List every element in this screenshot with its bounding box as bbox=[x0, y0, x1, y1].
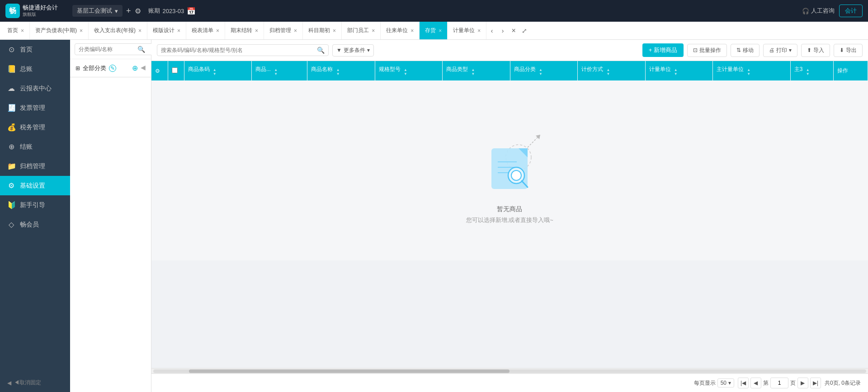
more-conditions-button[interactable]: ▼ 更多条件 ▾ bbox=[332, 44, 374, 57]
tab-unit[interactable]: 计量单位 × bbox=[448, 22, 486, 40]
help-button[interactable]: 🎧 人工咨询 bbox=[802, 7, 835, 15]
import-button[interactable]: ⬆ 导入 bbox=[801, 44, 830, 57]
th-unit[interactable]: 计量单位 ▲▼ bbox=[645, 61, 712, 80]
tab-period-end[interactable]: 期末结转 × bbox=[225, 22, 264, 40]
tab-archive-close[interactable]: × bbox=[294, 28, 297, 34]
total-records: 共0页, 0条记录 bbox=[825, 379, 861, 387]
page-size-dropdown-icon: ▾ bbox=[728, 380, 731, 386]
tab-income[interactable]: 收入支出表(年报) × bbox=[89, 22, 147, 40]
tab-archive[interactable]: 归档管理 × bbox=[264, 22, 303, 40]
tab-balance[interactable]: 资产负债表(中期) × bbox=[30, 22, 89, 40]
left-panel: 🔍 ⊞ 全部分类 ✎ ⊕ ◀ bbox=[70, 40, 151, 392]
period-label: 账期 bbox=[148, 7, 160, 15]
th-settings[interactable]: ⚙ bbox=[151, 61, 168, 80]
project-selector[interactable]: 基层工会测试 ▾ bbox=[72, 5, 123, 17]
sidebar-item-guide[interactable]: 🔰 新手引导 bbox=[0, 195, 70, 215]
sidebar-basic-label: 基础设置 bbox=[20, 182, 45, 190]
print-button[interactable]: 🖨 打印 ▾ bbox=[763, 44, 797, 57]
sidebar-report-label: 云报表中心 bbox=[20, 85, 52, 93]
sidebar-item-close[interactable]: ⊕ 结账 bbox=[0, 137, 70, 156]
calendar-icon[interactable]: 📅 bbox=[187, 7, 196, 15]
home-icon: ⊙ bbox=[7, 45, 15, 54]
close-all-tabs-button[interactable]: × bbox=[508, 22, 519, 40]
page-size-select[interactable]: 50 ▾ bbox=[717, 378, 734, 387]
th-type[interactable]: 商品类型 ▲▼ bbox=[443, 61, 510, 80]
th-name[interactable]: 商品名称 ▲▼ bbox=[307, 61, 375, 80]
headset-icon: 🎧 bbox=[802, 8, 809, 14]
tab-tax-close[interactable]: × bbox=[216, 28, 219, 34]
tab-dept[interactable]: 部门员工 × bbox=[342, 22, 381, 40]
th-main-unit[interactable]: 主计量单位 ▲▼ bbox=[712, 61, 790, 80]
tab-balance-close[interactable]: × bbox=[80, 28, 83, 34]
scrollbar-track bbox=[153, 369, 866, 373]
sidebar-unpin-button[interactable]: ◀ ◀取消固定 bbox=[0, 373, 70, 392]
classify-search-input[interactable] bbox=[79, 46, 137, 52]
main-search-icon[interactable]: 🔍 bbox=[317, 47, 325, 54]
th-col3[interactable]: 主3 ▲▼ bbox=[790, 61, 833, 80]
tab-template[interactable]: 模版设计 × bbox=[147, 22, 186, 40]
tab-income-close[interactable]: × bbox=[138, 28, 142, 34]
tab-tax[interactable]: 税表清单 × bbox=[186, 22, 225, 40]
add-category-icon[interactable]: ⊕ bbox=[132, 64, 138, 72]
last-page-button[interactable]: ▶| bbox=[810, 378, 821, 388]
page-number-input[interactable] bbox=[770, 378, 788, 388]
th-code[interactable]: 商品... ▲▼ bbox=[251, 61, 307, 80]
tab-dept-close[interactable]: × bbox=[372, 28, 375, 34]
tab-inventory-close[interactable]: × bbox=[439, 28, 442, 34]
batch-operation-button[interactable]: ⊡ 批量操作 bbox=[687, 44, 727, 57]
classify-search-icon[interactable]: 🔍 bbox=[137, 46, 145, 53]
edit-small-icon[interactable]: ✎ bbox=[109, 65, 116, 72]
select-all-checkbox[interactable] bbox=[172, 67, 178, 73]
main-search-input[interactable] bbox=[161, 47, 317, 53]
account-button[interactable]: 会计 bbox=[839, 5, 863, 17]
th-barcode[interactable]: 商品条码 ▲▼ bbox=[184, 61, 251, 80]
sidebar-item-report[interactable]: ☁ 云报表中心 bbox=[0, 79, 70, 98]
page-unit: 页 bbox=[790, 379, 796, 387]
svg-marker-2 bbox=[536, 135, 540, 139]
tab-next-button[interactable]: › bbox=[497, 22, 508, 40]
archive-icon: 📁 bbox=[7, 162, 15, 170]
tab-prev-button[interactable]: ‹ bbox=[486, 22, 497, 40]
sidebar-item-invoice[interactable]: 🧾 发票管理 bbox=[0, 98, 70, 118]
add-product-button[interactable]: + 新增商品 bbox=[642, 43, 684, 57]
collapse-panel-icon[interactable]: ◀ bbox=[141, 64, 146, 72]
sidebar-item-ledger[interactable]: 📒 总账 bbox=[0, 59, 70, 79]
empty-title: 暂无商品 bbox=[497, 205, 522, 213]
tab-partner[interactable]: 往来单位 × bbox=[381, 22, 420, 40]
svg-point-10 bbox=[511, 170, 521, 180]
prev-page-button[interactable]: ◀ bbox=[750, 378, 761, 388]
tab-period-end-close[interactable]: × bbox=[255, 28, 258, 34]
scrollbar-thumb[interactable] bbox=[189, 369, 510, 373]
move-button[interactable]: ⇅ 移动 bbox=[731, 44, 760, 57]
tab-inventory[interactable]: 存货 × bbox=[420, 22, 448, 40]
logo-icon: 畅 bbox=[5, 4, 20, 18]
expand-window-button[interactable]: ⤢ bbox=[519, 22, 530, 40]
sidebar-item-basic[interactable]: ⚙ 基础设置 bbox=[0, 176, 70, 195]
sidebar-item-home[interactable]: ⊙ 首页 bbox=[0, 40, 70, 59]
export-icon: ⬇ bbox=[840, 47, 844, 53]
tab-tax-label: 税表清单 bbox=[192, 27, 213, 34]
horizontal-scrollbar[interactable] bbox=[151, 368, 868, 373]
sidebar-ledger-label: 总账 bbox=[20, 65, 33, 73]
th-category[interactable]: 商品分类 ▲▼ bbox=[510, 61, 577, 80]
all-categories-label: ⊞ 全部分类 ✎ bbox=[75, 64, 116, 72]
tab-partner-close[interactable]: × bbox=[410, 28, 414, 34]
tab-unit-close[interactable]: × bbox=[477, 28, 481, 34]
tab-subject-init-close[interactable]: × bbox=[333, 28, 336, 34]
tab-subject-init[interactable]: 科目期初 × bbox=[303, 22, 342, 40]
first-page-button[interactable]: |◀ bbox=[738, 378, 749, 388]
export-button[interactable]: ⬇ 导出 bbox=[834, 44, 863, 57]
tab-home[interactable]: 首页 × bbox=[2, 22, 30, 40]
th-action: 操作 bbox=[833, 61, 868, 80]
th-spec[interactable]: 规格型号 ▲▼ bbox=[375, 61, 442, 80]
tab-template-close[interactable]: × bbox=[177, 28, 180, 34]
th-price-method[interactable]: 计价方式 ▲▼ bbox=[578, 61, 645, 80]
add-tab-button[interactable]: + bbox=[126, 6, 131, 16]
th-checkbox[interactable] bbox=[168, 61, 184, 80]
next-page-button[interactable]: ▶ bbox=[797, 378, 808, 388]
sidebar-item-member[interactable]: ◇ 畅会员 bbox=[0, 215, 70, 234]
settings-icon[interactable]: ⚙ bbox=[135, 7, 141, 15]
sidebar-item-tax[interactable]: 💰 税务管理 bbox=[0, 118, 70, 137]
sidebar-item-archive[interactable]: 📁 归档管理 bbox=[0, 156, 70, 176]
tab-home-close[interactable]: × bbox=[21, 28, 24, 34]
